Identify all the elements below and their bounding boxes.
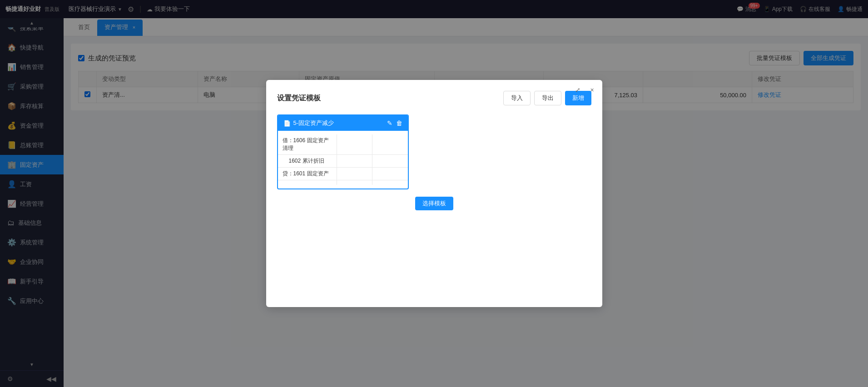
modal-set-template: ⤢ × 设置凭证模板 导入 导出 新增	[266, 80, 602, 307]
template-entry: 贷：1601 固定资产	[278, 168, 408, 180]
select-template-button[interactable]: 选择模板	[415, 197, 453, 210]
window-controls: ⤢ ×	[571, 84, 599, 96]
modal-header: 设置凭证模板 导入 导出 新增	[277, 91, 591, 105]
entry-direction: 1602 累计折旧	[278, 155, 337, 167]
template-entry: 借：1606 固定资产清理	[278, 134, 408, 155]
modal-close-button[interactable]: ×	[586, 84, 599, 96]
template-name: 5-固定资产减少	[293, 119, 334, 127]
template-card-body: 借：1606 固定资产清理 1602 累计折旧	[278, 131, 408, 189]
modal-expand-button[interactable]: ⤢	[571, 84, 584, 96]
template-edit-icon[interactable]: ✎	[387, 119, 392, 127]
entry-debit	[337, 155, 372, 167]
modal-title: 设置凭证模板	[277, 94, 321, 103]
entry-direction: 借：1606 固定资产清理	[278, 134, 337, 154]
page-content: 生成的凭证预览 批量凭证模板 全部生成凭证 变动类型 资产名称 固定资产原值	[64, 36, 868, 387]
template-card-header: 📄 5-固定资产减少 ✎ 🗑	[278, 115, 408, 131]
entry-direction: 贷：1601 固定资产	[278, 168, 337, 180]
template-entry	[278, 180, 408, 185]
template-delete-icon[interactable]: 🗑	[396, 119, 402, 127]
entry-debit	[337, 168, 372, 180]
template-select-area: 选择模板	[277, 197, 591, 210]
template-entry: 1602 累计折旧	[278, 155, 408, 168]
content-area: 首页 资产管理 × 生成的凭证预览 批量凭证模板 全部生成凭证	[64, 18, 868, 387]
entry-credit	[372, 168, 408, 180]
modal-body: 📄 5-固定资产减少 ✎ 🗑 借：1606 固定资产清理	[277, 114, 591, 287]
entry-debit	[337, 134, 372, 154]
modal-overlay: ⤢ × 设置凭证模板 导入 导出 新增	[64, 36, 868, 387]
entry-credit	[372, 180, 408, 185]
template-doc-icon: 📄	[283, 120, 291, 127]
entry-direction	[278, 180, 337, 185]
entry-credit	[372, 134, 408, 154]
entry-debit	[337, 180, 372, 185]
template-header-left: 📄 5-固定资产减少	[283, 119, 334, 127]
export-button[interactable]: 导出	[534, 91, 561, 105]
import-button[interactable]: 导入	[503, 91, 531, 105]
main-layout: ▲ 🔍 搜索菜单 🏠 快捷导航 📊 销售管理 🛒 采购管理 📦 库存核算	[0, 18, 868, 387]
template-card: 📄 5-固定资产减少 ✎ 🗑 借：1606 固定资产清理	[277, 114, 409, 189]
template-card-actions: ✎ 🗑	[387, 119, 402, 127]
entry-credit	[372, 155, 408, 167]
